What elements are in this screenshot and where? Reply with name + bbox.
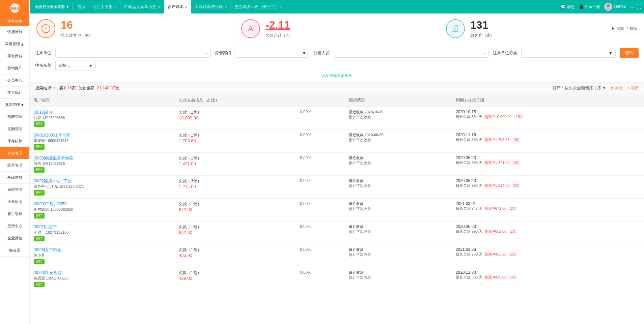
tab-purchase-stats[interactable]: 采购订单统计表 ✕ bbox=[191, 0, 231, 13]
debt-count: 欠款（1笔） bbox=[179, 110, 292, 115]
overdue-days: 最长欠款 808 天 超期 ¥429.00（1笔） bbox=[456, 275, 640, 280]
due-date-cell: 2020.12.30 最长欠款 808 天 超期 ¥429.00（1笔） bbox=[452, 267, 644, 290]
debt-count-cell: 欠款（1笔） 455.90 bbox=[175, 244, 296, 267]
col-due-date: 到期未收款日期 bbox=[452, 94, 644, 107]
svg-rect-6 bbox=[452, 27, 455, 32]
customer-name[interactable]: [000002]用户2050 bbox=[34, 201, 171, 207]
refresh-btn[interactable]: ↺ 刷新 bbox=[626, 85, 639, 91]
debt-amount[interactable]: 1,703.68 bbox=[179, 138, 292, 143]
overdue-link[interactable]: 超期 ¥429.00（1笔） bbox=[484, 275, 520, 279]
tab-close-icon3[interactable]: ✕ bbox=[185, 5, 188, 9]
sidebar-item-ecommerce[interactable]: 电商管理 bbox=[0, 111, 29, 123]
tab-close-icon2[interactable]: ✕ bbox=[158, 5, 160, 9]
recent-payment: 最近收款 bbox=[349, 178, 448, 183]
sidebar-item-retail-mall[interactable]: 零售商城 bbox=[0, 50, 29, 62]
stats-row: ¥ 16 总欠款客户（家） -2.11 欠款合计（万） bbox=[30, 13, 644, 44]
debt-amount[interactable]: 10,000.00 bbox=[179, 115, 292, 120]
debt-amount[interactable]: 455.90 bbox=[179, 253, 292, 258]
stat-card-total-customers: 131 总客户（家） ▶ 视频 ? 帮助 bbox=[439, 13, 644, 44]
debt-amount[interactable]: 652.00 bbox=[179, 230, 292, 235]
sidebar-item-retail-mgmt[interactable]: 零售管理 ▲ bbox=[0, 38, 29, 50]
sidebar-item-enterprise[interactable]: 企业协同 bbox=[0, 196, 29, 208]
overdue-link[interactable]: 超期 ¥1,214.00（3笔） bbox=[484, 183, 523, 187]
minimize-icon[interactable]: — bbox=[630, 4, 635, 9]
customer-phone: 服务中心_丁磊 181 0125 8371 bbox=[34, 184, 171, 189]
overdue-days: 最长欠款 750 天 超期 ¥455.90（1笔） bbox=[456, 252, 640, 257]
balance-select[interactable]: 选择... ▼ bbox=[55, 61, 96, 70]
overdue-link[interactable]: 超期 ¥1,471.00（1笔） bbox=[484, 160, 523, 165]
sidebar-item-finance[interactable]: 资金管理 bbox=[0, 147, 29, 159]
customer-name[interactable]: [0003]畅捷服务尹海燕 bbox=[34, 155, 171, 161]
sidebar-item-apps[interactable]: 应用中心 bbox=[0, 220, 29, 232]
tab-production-history[interactable]: 产成品入库单历史 ✕ bbox=[120, 0, 164, 13]
from-unit-input[interactable]: ··· bbox=[55, 49, 211, 58]
sidebar-item-wechat[interactable]: 企业微信 bbox=[0, 232, 29, 244]
overdue-link[interactable]: 超期 ¥10,000.00（1笔） bbox=[484, 115, 525, 119]
debt-count-cell: 欠款（1笔） 1,703.68 bbox=[175, 130, 296, 153]
sort-label[interactable]: 排序：按欠款金额倒序排序 ▼ bbox=[553, 85, 606, 91]
sidebar-item-marketing[interactable]: 营销推广 bbox=[0, 62, 29, 75]
result-count: 16 bbox=[67, 86, 72, 90]
debt-amount[interactable]: 429.00 bbox=[179, 276, 292, 281]
customer-name[interactable]: [0006]去下粮仓 bbox=[34, 247, 171, 253]
tab-inbound-stats[interactable]: 进货单统计表（按商品） ✕ bbox=[231, 0, 286, 13]
overdue-link[interactable]: 超期 ¥1,703.68（1笔） bbox=[484, 138, 523, 142]
sidebar-item-system[interactable]: 系统管理 bbox=[0, 184, 29, 196]
sidebar-item-inventory[interactable]: 库存核算 bbox=[0, 135, 29, 147]
customer-name[interactable]: [000001]黄思源 bbox=[34, 270, 171, 276]
view-btn[interactable]: ▶ 视频 bbox=[612, 26, 624, 31]
tab-customer-account[interactable]: 客户账本 ✕ bbox=[164, 0, 191, 13]
dept-select[interactable]: ▼ bbox=[235, 49, 309, 58]
search-button[interactable]: 查询 bbox=[620, 48, 639, 58]
tab-close-icon4[interactable]: ✕ bbox=[224, 5, 227, 9]
sidebar-item-basic-info[interactable]: 基础信息 bbox=[0, 172, 29, 184]
sidebar-item-wholesale[interactable]: 批发管理 ▼ bbox=[0, 99, 29, 111]
debt-ratio: 0.00% bbox=[300, 247, 341, 252]
sidebar-item-purchase[interactable]: 采购管理 bbox=[0, 123, 29, 135]
customer-name[interactable]: [0007]小进干 bbox=[34, 224, 171, 230]
table-row: [0007]小进干 小进干 18279152100 现结 欠款（1笔） 652.… bbox=[30, 222, 644, 244]
tab-close-icon5[interactable]: ✕ bbox=[280, 5, 283, 9]
debt-ratio-cell: 0.00% bbox=[296, 199, 345, 222]
app-download-btn[interactable]: 📱 App下载 bbox=[579, 4, 600, 10]
help-btn[interactable]: ? 帮助 bbox=[626, 26, 637, 31]
debt-amount[interactable]: 672.00 bbox=[179, 207, 292, 212]
overdue-days: 最长欠款 747 天 超期 ¥672.00（1笔） bbox=[456, 206, 640, 211]
top-nav: 母婴行业演示账套 ▼ 首页 商品上下架 ✕ 产成品入库单历史 ✕ 客户账本 ✕ … bbox=[30, 0, 644, 13]
customer-tag: 现结 bbox=[34, 144, 45, 150]
sidebar-item-operations[interactable]: 经营管理 bbox=[0, 159, 29, 172]
debt-amount[interactable]: 1,214.00 bbox=[179, 184, 292, 189]
sidebar-item-retail-stats[interactable]: 零售统计 bbox=[0, 87, 29, 99]
overdue-link[interactable]: 超期 ¥652.00（1笔） bbox=[484, 229, 520, 233]
sidebar-item-members[interactable]: 畅会员 bbox=[0, 244, 29, 257]
sidebar-item-quick-nav[interactable]: 快捷导航 bbox=[0, 26, 29, 38]
user-avatar[interactable]: demo2 bbox=[604, 3, 626, 11]
stat-card-help: ▶ 视频 ? 帮助 bbox=[612, 26, 637, 31]
search-menu-item[interactable]: 搜索菜单 bbox=[0, 17, 29, 26]
debt-amount[interactable]: 1,471.00 bbox=[179, 161, 292, 166]
overdue-link[interactable]: 超期 ¥672.00（1笔） bbox=[484, 206, 520, 210]
customer-name[interactable]: [0002]服务中心_丁磊 bbox=[34, 178, 171, 184]
next-payment: 预计下次收款 bbox=[349, 275, 448, 280]
due-date-cell: 2021.03.01 最长欠款 747 天 超期 ¥672.00（1笔） bbox=[452, 199, 644, 222]
unit-category-select[interactable]: ▼ bbox=[521, 49, 616, 58]
debt-ratio: 0.00% bbox=[300, 224, 341, 229]
manager-input[interactable]: ··· bbox=[334, 49, 489, 58]
svg-rect-7 bbox=[455, 26, 458, 32]
overdue-link[interactable]: 超期 ¥455.90（1笔） bbox=[484, 252, 520, 256]
message-btn[interactable]: 💬 消息 bbox=[561, 4, 575, 10]
sidebar-item-guide[interactable]: 新手引导 bbox=[0, 208, 29, 220]
sidebar-item-member[interactable]: 会员中心 bbox=[0, 75, 29, 87]
maximize-icon[interactable]: ⛶ bbox=[637, 4, 641, 9]
debt-count-cell: 欠款（3笔） 1,214.00 bbox=[175, 176, 296, 199]
tab-close-icon[interactable]: ✕ bbox=[114, 5, 117, 9]
tab-product-listing[interactable]: 商品上下架 ✕ bbox=[89, 0, 120, 13]
export-btn[interactable]: ⬆ 导出 bbox=[610, 85, 622, 91]
customer-name[interactable]: [0001020001]李老师 bbox=[34, 132, 171, 138]
tab-home[interactable]: 首页 bbox=[74, 0, 89, 13]
arrow-icon-wholesale: ▼ bbox=[21, 103, 24, 107]
customer-name[interactable]: [0016]吕俊 bbox=[34, 110, 171, 115]
logo-text: 畅捷通 bbox=[9, 3, 20, 14]
collapse-button[interactable]: ⋀⋀ 收起更多条件 bbox=[322, 73, 352, 78]
window-controls: — ⛶ bbox=[630, 4, 641, 9]
